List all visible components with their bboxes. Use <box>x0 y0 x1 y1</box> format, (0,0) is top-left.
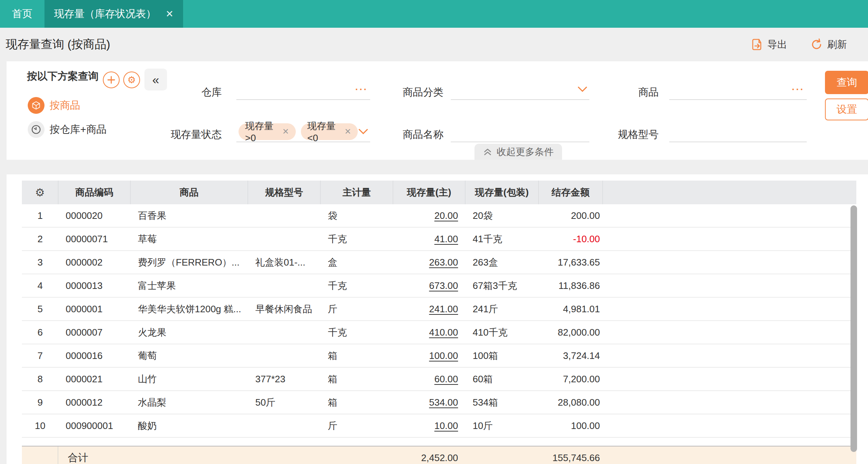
cell-stock-package: 67箱3千克 <box>465 279 539 292</box>
cell-spec: 50斤 <box>248 396 321 409</box>
col-stock-main[interactable]: 现存量(主) <box>393 181 465 204</box>
stock-qty-link[interactable]: 41.00 <box>434 233 458 244</box>
refresh-button[interactable]: 刷新 <box>810 38 847 51</box>
table-row[interactable]: 5 0000001 华美华夫软饼1200g 糕... 早餐休闲食品 斤 241.… <box>22 298 856 321</box>
spec-label: 规格型号 <box>593 128 659 142</box>
export-button[interactable]: 导出 <box>751 38 787 51</box>
cell-main-unit: 千克 <box>321 233 393 245</box>
stock-qty-link[interactable]: 20.00 <box>434 210 458 221</box>
stock-status-select[interactable]: 现存量>0 ✕ 现存量<0 ✕ <box>236 122 370 142</box>
table-row[interactable]: 3 0000002 费列罗（FERRERO）... 礼盒装01-... 盒 26… <box>22 251 856 274</box>
category-select[interactable] <box>451 80 589 100</box>
scheme-settings-button[interactable]: ⚙ <box>123 71 140 88</box>
cell-stock-package: 241斤 <box>465 303 539 316</box>
col-product-code[interactable]: 商品编码 <box>58 181 131 204</box>
tag-close-icon[interactable]: ✕ <box>282 127 289 136</box>
cell-product-name: 山竹 <box>131 373 248 386</box>
page-title: 现存量查询 (按商品) <box>6 36 110 53</box>
table-row[interactable]: 6 0000007 火龙果 千克 410.00 410千克 82,000.00 <box>22 321 856 344</box>
cell-balance-amount: 4,981.01 <box>539 303 603 315</box>
refresh-label: 刷新 <box>827 38 847 51</box>
cell-main-unit: 袋 <box>321 209 393 222</box>
stock-qty-link[interactable]: 263.00 <box>429 257 458 268</box>
row-index: 8 <box>22 374 58 385</box>
table-row[interactable]: 8 0000021 山竹 377*23 箱 60.00 60箱 7,200.00 <box>22 368 856 391</box>
cell-product-name: 葡萄 <box>131 349 248 362</box>
table-body: 1 0000020 百香果 袋 20.00 20袋 200.00 2 00000… <box>22 204 856 438</box>
scheme-item-by-warehouse-product[interactable]: 按仓库+商品 <box>28 121 106 138</box>
cell-product-code: 0000020 <box>58 210 131 221</box>
col-main-unit[interactable]: 主计量 <box>321 181 393 204</box>
header-actions: 导出 刷新 <box>751 38 847 51</box>
table-row[interactable]: 2 00000071 草莓 千克 41.00 41千克 -10.00 <box>22 228 856 251</box>
cell-balance-amount: 200.00 <box>539 210 603 221</box>
col-balance-amount[interactable]: 结存金额 <box>539 181 603 204</box>
double-chevron-up-icon <box>483 147 492 156</box>
settings-button[interactable]: 设置 <box>825 98 868 120</box>
total-stock-qty: 2,452.00 <box>393 452 465 464</box>
filter-tag-label: 现存量<0 <box>307 120 341 144</box>
stock-qty-link[interactable]: 410.00 <box>429 327 458 338</box>
cell-product-name: 酸奶 <box>131 419 248 432</box>
cell-product-name: 水晶梨 <box>131 396 248 409</box>
collapse-more-conditions[interactable]: 收起更多条件 <box>474 144 562 160</box>
stock-qty-link[interactable]: 241.00 <box>429 303 458 314</box>
ellipsis-icon[interactable]: ··· <box>792 84 807 95</box>
cell-product-name: 草莓 <box>131 233 248 245</box>
add-scheme-button[interactable] <box>103 71 120 88</box>
query-button[interactable]: 查询 <box>825 71 868 94</box>
vertical-scrollbar[interactable] <box>850 205 857 452</box>
clock-icon <box>28 121 44 138</box>
table-row[interactable]: 9 0000012 水晶梨 50斤 箱 534.00 534箱 28,080.0… <box>22 391 856 414</box>
cell-product-code: 000900001 <box>58 420 131 432</box>
product-name-input[interactable] <box>451 122 589 142</box>
ellipsis-icon[interactable]: ··· <box>355 84 370 95</box>
tab-current-stock[interactable]: 现存量（库存状况表） ✕ <box>44 0 183 28</box>
product-input[interactable]: ··· <box>669 80 807 100</box>
total-label: 合计 <box>58 451 131 464</box>
scheme-item-label: 按商品 <box>50 98 80 112</box>
scheme-item-by-product[interactable]: 按商品 <box>28 97 80 114</box>
stock-qty-link[interactable]: 60.00 <box>434 374 458 384</box>
close-icon[interactable]: ✕ <box>166 8 174 20</box>
chevron-down-icon[interactable] <box>358 128 370 135</box>
page-header: 现存量查询 (按商品) 导出 <box>0 28 868 61</box>
cell-product-code: 0000012 <box>58 397 131 408</box>
cell-spec: 礼盒装01-... <box>248 256 321 269</box>
column-settings-icon[interactable]: ⚙ <box>35 186 45 199</box>
cell-stock-package: 100箱 <box>465 349 539 362</box>
table-row[interactable]: 10 000900001 酸奶 斤 10.00 10斤 100.00 <box>22 414 856 438</box>
col-stock-package[interactable]: 现存量(包装) <box>465 181 539 204</box>
cell-product-code: 00000071 <box>58 233 131 245</box>
export-icon <box>751 38 763 51</box>
table-row[interactable]: 7 0000016 葡萄 箱 100.00 100箱 3,724.14 <box>22 344 856 368</box>
tag-close-icon[interactable]: ✕ <box>345 127 351 136</box>
gear-icon: ⚙ <box>127 74 136 86</box>
cell-stock-package: 410千克 <box>465 326 539 339</box>
stock-qty-link[interactable]: 100.00 <box>429 350 458 361</box>
row-index: 10 <box>22 420 58 432</box>
col-spec[interactable]: 规格型号 <box>248 181 321 204</box>
spec-input[interactable] <box>669 122 807 142</box>
warehouse-input[interactable]: ··· <box>236 80 370 100</box>
table-total-row: 合计 2,452.00 155,745.66 <box>22 446 856 464</box>
stock-qty-link[interactable]: 534.00 <box>429 397 458 408</box>
cell-product-name: 费列罗（FERRERO）... <box>131 256 248 269</box>
row-index: 9 <box>22 397 58 408</box>
cell-stock-package: 41千克 <box>465 233 539 245</box>
cell-product-code: 0000013 <box>58 280 131 291</box>
table-row[interactable]: 4 0000013 富士苹果 千克 673.00 67箱3千克 11,836.8… <box>22 274 856 298</box>
tab-home[interactable]: 首页 <box>0 0 44 28</box>
cell-product-code: 0000021 <box>58 374 131 385</box>
collapse-left-icon: « <box>152 73 159 87</box>
cell-product-name: 富士苹果 <box>131 279 248 292</box>
stock-qty-link[interactable]: 673.00 <box>429 280 458 291</box>
col-product[interactable]: 商品 <box>131 181 248 204</box>
table-row[interactable]: 1 0000020 百香果 袋 20.00 20袋 200.00 <box>22 204 856 228</box>
cell-main-unit: 千克 <box>321 279 393 292</box>
row-index: 7 <box>22 350 58 361</box>
tab-current-stock-label: 现存量（库存状况表） <box>54 7 156 21</box>
cell-balance-amount: 11,836.86 <box>539 280 603 291</box>
stock-qty-link[interactable]: 10.00 <box>434 420 458 431</box>
chevron-down-icon[interactable] <box>577 86 589 93</box>
